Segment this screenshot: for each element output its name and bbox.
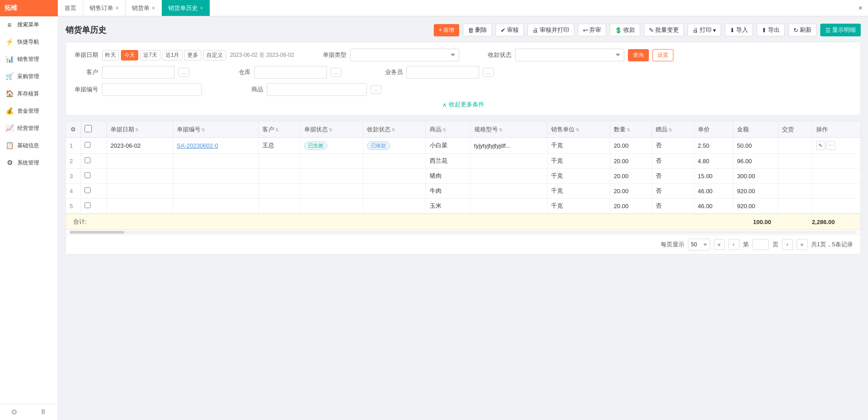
page-first-btn[interactable]: « — [714, 239, 725, 250]
row-checkbox[interactable] — [85, 172, 90, 178]
tab-sales-order-close[interactable]: × — [115, 5, 119, 11]
customer-input[interactable] — [102, 66, 175, 79]
shortcut-yesterday[interactable]: 昨天 — [102, 50, 119, 60]
abandon-button[interactable]: ↩ 弃审 — [578, 24, 606, 36]
collapse-button[interactable]: ∧ 收起更多条件 — [73, 100, 853, 109]
goods-dots-btn[interactable]: ... — [371, 85, 381, 94]
row-payment-status — [363, 169, 426, 184]
page-last-btn[interactable]: » — [797, 239, 808, 250]
shortcut-today[interactable]: 今天 — [121, 50, 138, 60]
review-print-button[interactable]: 🖨 审核并打印 — [527, 24, 574, 36]
edit-action-btn[interactable]: ✎ — [816, 141, 825, 150]
doc-no-link[interactable]: SA-20230602-0 — [177, 142, 218, 149]
col-gear[interactable]: ⚙ — [66, 121, 80, 138]
more-action-btn[interactable]: ⋯ — [826, 141, 835, 150]
sales-rep-input[interactable] — [406, 66, 479, 79]
new-button[interactable]: + 新增 — [434, 24, 459, 36]
row-payment-status — [363, 199, 426, 214]
page-title: 销货单历史 — [65, 25, 106, 35]
warehouse-input[interactable] — [254, 66, 327, 79]
sys-mgmt-icon: ⚙ — [5, 159, 14, 167]
row-checkbox[interactable] — [85, 142, 90, 148]
col-doc-status[interactable]: 单据状态⇅ — [301, 121, 363, 138]
sidebar-item-ops-mgmt[interactable]: 📈 经营管理 — [0, 120, 58, 137]
row-checkbox — [80, 199, 107, 214]
col-doc-no[interactable]: 单据编号⇅ — [173, 121, 258, 138]
import-button[interactable]: ⬇ 导入 — [725, 24, 753, 36]
sidebar-pause-btn[interactable]: ⏸ — [40, 408, 47, 416]
col-payment-status[interactable]: 收款状态⇅ — [363, 121, 426, 138]
sales-rep-dots-btn[interactable]: ... — [483, 68, 494, 77]
shortcut-custom[interactable]: 自定义 — [203, 50, 226, 60]
sidebar-item-base-info[interactable]: 📋 基础信息 — [0, 137, 58, 154]
window-close-btn[interactable]: × — [853, 4, 868, 12]
sidebar-item-inventory[interactable]: 🏠 库存核算 — [0, 85, 58, 102]
page-next-btn[interactable]: › — [782, 239, 793, 250]
batch-change-button[interactable]: ✎ 批量变更 — [644, 24, 684, 36]
goods-input[interactable] — [267, 83, 367, 96]
tab-sales-history[interactable]: 销货单历史 × — [162, 0, 210, 16]
doc-no-input[interactable] — [102, 83, 202, 96]
tab-home[interactable]: 首页 — [58, 0, 83, 16]
filter-group-payment-status: 收款状态 查询 设置 — [487, 49, 673, 61]
select-all-checkbox[interactable] — [85, 125, 92, 132]
row-customer — [259, 169, 301, 184]
refresh-button[interactable]: ↻ 刷新 — [788, 24, 817, 36]
sidebar-item-quick-nav[interactable]: ⚡ 快捷导航 — [0, 33, 58, 50]
sidebar-item-label: 快捷导航 — [17, 38, 39, 46]
col-customer[interactable]: 客户⇅ — [259, 121, 301, 138]
page-word: 第 — [743, 240, 749, 249]
scrollbar-track[interactable] — [70, 231, 857, 234]
col-quantity[interactable]: 数量⇅ — [610, 121, 652, 138]
sidebar-item-search-menu[interactable]: ≡ 搜索菜单 — [0, 16, 58, 33]
settings-button[interactable]: 设置 — [652, 49, 673, 61]
col-gift[interactable]: 赠品⇅ — [652, 121, 694, 138]
shortcut-7days[interactable]: 近7天 — [140, 50, 161, 60]
warehouse-dots-btn[interactable]: ... — [331, 68, 341, 77]
shortcut-more[interactable]: 更多 — [184, 50, 201, 60]
sidebar-logo: 拓维 — [0, 0, 58, 16]
query-button[interactable]: 查询 — [628, 49, 649, 61]
sidebar-item-finance[interactable]: 💰 资金管理 — [0, 102, 58, 120]
row-checkbox[interactable] — [85, 157, 90, 163]
page-num-input[interactable]: 1 — [753, 239, 769, 250]
row-unit-price: 2.50 — [694, 138, 733, 154]
shortcut-1month[interactable]: 近1月 — [162, 50, 183, 60]
row-quantity: 20.00 — [610, 154, 652, 169]
collect-button[interactable]: 💲 收款 — [610, 24, 640, 36]
row-amount: 920.00 — [733, 184, 778, 199]
row-doc-status — [301, 184, 363, 199]
row-checkbox[interactable] — [85, 187, 90, 193]
sidebar-item-purchase-mgmt[interactable]: 🛒 采购管理 — [0, 68, 58, 85]
delete-button[interactable]: 🗑 删除 — [463, 24, 492, 36]
col-date[interactable]: 单据日期⇅ — [107, 121, 173, 138]
scrollbar-thumb[interactable] — [70, 231, 124, 234]
sidebar-item-sys-mgmt[interactable]: ⚙ 系统管理 — [0, 154, 58, 171]
tab-sales-goods[interactable]: 销货单 × — [125, 0, 162, 16]
page-prev-btn[interactable]: ‹ — [728, 239, 739, 250]
row-action: ✎⋯ — [812, 138, 860, 154]
warehouse-label: 仓库 — [226, 68, 251, 76]
row-unit-price: 4.80 — [694, 154, 733, 169]
row-transaction — [778, 184, 812, 199]
doc-type-select[interactable] — [350, 49, 459, 61]
tab-sales-order[interactable]: 销售订单 × — [83, 0, 125, 16]
row-goods: 西兰花 — [426, 154, 470, 169]
sidebar-settings-btn[interactable]: ⚙ — [11, 408, 17, 416]
col-goods[interactable]: 商品⇅ — [426, 121, 470, 138]
payment-status-select[interactable] — [515, 49, 624, 61]
col-unit[interactable]: 销售单位⇅ — [547, 121, 610, 138]
sidebar-item-sales-mgmt[interactable]: 📊 销售管理 — [0, 50, 58, 68]
tab-sales-history-close[interactable]: × — [200, 5, 203, 11]
tab-sales-goods-close[interactable]: × — [152, 5, 155, 11]
col-spec[interactable]: 规格型号⇅ — [470, 121, 547, 138]
page-size-select[interactable]: 50 20 100 — [688, 239, 710, 250]
export-button[interactable]: ⬆ 导出 — [757, 24, 785, 36]
print-button[interactable]: 🖨 打印 ▾ — [687, 24, 721, 36]
row-checkbox[interactable] — [85, 202, 90, 208]
show-detail-button[interactable]: ☰ 显示明细 — [820, 24, 861, 36]
customer-dots-btn[interactable]: ... — [178, 68, 189, 77]
date-label: 单据日期 — [73, 51, 98, 59]
review-button[interactable]: ✔ 审核 — [496, 24, 524, 36]
scrollbar-row — [66, 230, 860, 235]
